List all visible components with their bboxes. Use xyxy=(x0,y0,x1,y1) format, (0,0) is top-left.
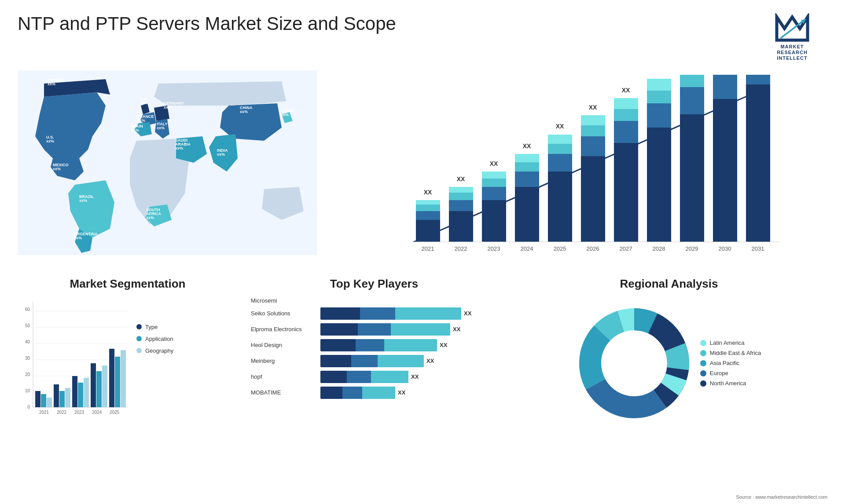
geography-label: Geography xyxy=(145,347,173,354)
svg-text:xx%: xx% xyxy=(240,110,248,114)
svg-rect-111 xyxy=(102,365,107,407)
svg-text:XX: XX xyxy=(622,87,630,94)
svg-rect-77 xyxy=(713,75,737,99)
elproma-xx: XX xyxy=(453,326,460,332)
logo-text: MARKET RESEARCH INTELLECT xyxy=(777,44,808,62)
svg-text:xx%: xx% xyxy=(217,152,225,157)
svg-rect-31 xyxy=(449,193,473,200)
svg-rect-108 xyxy=(84,378,89,407)
hopf-bar xyxy=(320,371,408,383)
player-microsemi: Microsemi xyxy=(251,297,497,304)
svg-rect-71 xyxy=(680,114,704,242)
legend-asia-pacific: Asia Pacific xyxy=(700,360,761,366)
world-map-svg: CANADA xx% U.S. xx% MEXICO xx% BRAZIL xx… xyxy=(18,70,317,255)
svg-text:2028: 2028 xyxy=(653,245,665,252)
mobatime-xx: XX xyxy=(398,389,405,396)
top-section: CANADA xx% U.S. xx% MEXICO xx% BRAZIL xx… xyxy=(18,70,827,264)
svg-rect-50 xyxy=(548,135,572,144)
svg-rect-62 xyxy=(614,98,638,109)
svg-text:xx%: xx% xyxy=(53,167,61,171)
svg-text:2022: 2022 xyxy=(57,410,67,415)
svg-text:xx%: xx% xyxy=(46,139,54,143)
players-list: Microsemi Seiko Solutions XX xyxy=(246,297,502,399)
player-hopf: hopf XX xyxy=(251,371,497,383)
growth-chart-svg: XX 2021 XX 2022 XX 2023 xyxy=(352,75,819,259)
svg-rect-54 xyxy=(581,136,605,156)
svg-text:xx%: xx% xyxy=(146,215,154,220)
page-title: NTP and PTP Servers Market Size and Scop… xyxy=(18,13,396,34)
svg-rect-55 xyxy=(581,125,605,136)
asia-pacific-label: Asia Pacific xyxy=(710,360,739,366)
key-players-container: Top Key Players Microsemi Seiko Solution… xyxy=(246,277,502,462)
svg-text:xx%: xx% xyxy=(157,126,165,130)
svg-rect-32 xyxy=(449,187,473,193)
svg-text:xx%: xx% xyxy=(137,118,145,123)
svg-rect-106 xyxy=(72,376,77,407)
heol-name: Heol Design xyxy=(251,342,317,348)
seg-chart-svg-wrap: 0 10 20 30 40 50 60 xyxy=(18,297,128,420)
svg-rect-113 xyxy=(115,357,120,407)
svg-rect-38 xyxy=(482,172,506,179)
svg-text:xx%: xx% xyxy=(175,146,183,150)
svg-rect-24 xyxy=(416,211,440,220)
svg-text:2031: 2031 xyxy=(752,245,764,252)
svg-text:XX: XX xyxy=(490,160,498,167)
svg-rect-112 xyxy=(109,349,114,407)
svg-text:2021: 2021 xyxy=(39,410,49,415)
legend-latin-america: Latin America xyxy=(700,340,761,346)
svg-text:2030: 2030 xyxy=(719,245,731,252)
svg-text:2025: 2025 xyxy=(554,245,566,252)
regional-title: Regional Analysis xyxy=(511,277,827,291)
logo-area: MARKET RESEARCH INTELLECT xyxy=(757,13,827,62)
seg-legend: Type Application Geography xyxy=(136,324,173,354)
svg-rect-30 xyxy=(449,200,473,211)
svg-text:10: 10 xyxy=(25,388,30,393)
svg-rect-80 xyxy=(746,84,770,242)
svg-rect-103 xyxy=(54,384,59,407)
svg-text:30: 30 xyxy=(25,356,30,361)
svg-rect-53 xyxy=(581,156,605,242)
svg-rect-60 xyxy=(614,121,638,143)
heol-bar xyxy=(320,339,437,351)
svg-text:2023: 2023 xyxy=(74,410,84,415)
bar-chart-container: XX 2021 XX 2022 XX 2023 xyxy=(326,70,827,264)
svg-rect-29 xyxy=(449,211,473,242)
svg-text:xx%: xx% xyxy=(48,82,55,86)
svg-point-125 xyxy=(603,332,665,394)
svg-rect-41 xyxy=(515,187,539,242)
player-heol: Heol Design XX xyxy=(251,339,497,351)
svg-rect-109 xyxy=(91,363,96,407)
seiko-bar xyxy=(320,307,461,320)
heol-xx: XX xyxy=(440,342,447,348)
europe-label: Europe xyxy=(710,370,728,376)
regional-chart-area: Latin America Middle East & Africa Asia … xyxy=(511,297,827,429)
svg-text:2025: 2025 xyxy=(110,410,120,415)
application-dot xyxy=(136,336,142,341)
svg-text:40: 40 xyxy=(25,340,30,344)
svg-text:XX: XX xyxy=(589,104,597,111)
segmentation-title: Market Segmentation xyxy=(18,277,238,291)
mobatime-bar-wrap: XX xyxy=(320,387,497,399)
seiko-name: Seiko Solutions xyxy=(251,310,317,317)
svg-rect-43 xyxy=(515,162,539,172)
asia-pacific-dot xyxy=(700,360,706,366)
seiko-bar-wrap: XX xyxy=(320,307,497,320)
svg-text:2024: 2024 xyxy=(521,245,533,252)
svg-text:xx%: xx% xyxy=(164,105,172,110)
regional-donut-svg xyxy=(577,306,691,420)
svg-text:60: 60 xyxy=(25,307,30,312)
geography-dot xyxy=(136,348,142,353)
legend-type: Type xyxy=(136,324,173,330)
latin-america-label: Latin America xyxy=(710,340,745,346)
page-container: NTP and PTP Servers Market Size and Scop… xyxy=(0,0,845,504)
svg-text:2026: 2026 xyxy=(587,245,599,252)
mobatime-name: MOBATIME xyxy=(251,389,317,396)
svg-text:20: 20 xyxy=(25,372,30,377)
svg-text:XX: XX xyxy=(523,142,531,150)
player-elproma: Elproma Electronics XX xyxy=(251,323,497,336)
svg-rect-102 xyxy=(47,398,52,407)
svg-rect-48 xyxy=(548,154,572,172)
svg-rect-105 xyxy=(65,388,70,407)
svg-text:XX: XX xyxy=(457,175,465,183)
svg-rect-110 xyxy=(96,371,102,407)
